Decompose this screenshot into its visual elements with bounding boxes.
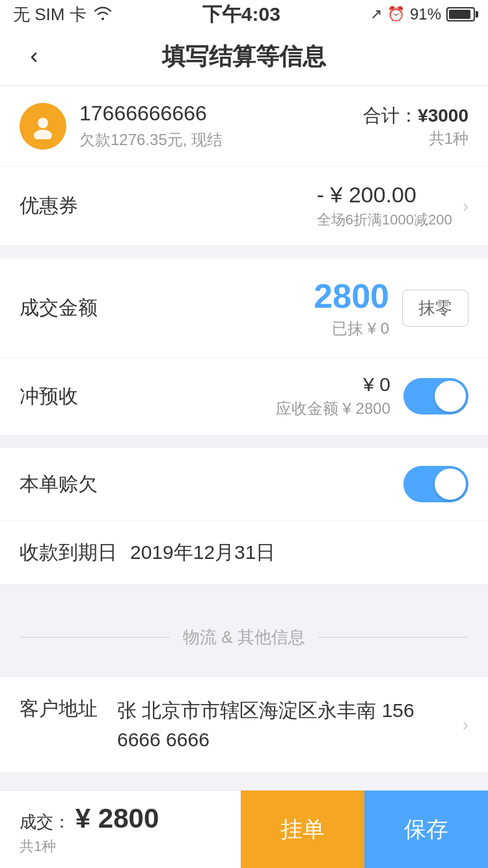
prereceive-amount: ¥ 0 <box>276 373 390 396</box>
status-bar: 无 SIM 卡 下午4:03 ↗ ⏰ 91% <box>0 0 488 29</box>
total-label: 合计：¥3000 <box>363 103 468 128</box>
bottom-bar: 成交： ¥ 2800 共1种 挂单 保存 <box>0 790 488 868</box>
amount-right: 2800 已抹 ¥ 0 抹零 <box>314 277 468 339</box>
location-icon: ↗ <box>370 6 382 23</box>
alarm-icon: ⏰ <box>387 6 405 23</box>
logistics-divider: 物流 & 其他信息 <box>0 597 488 677</box>
divider-line-right <box>318 637 468 638</box>
prereceive-sub: 应收金额 ¥ 2800 <box>276 398 390 419</box>
duedate-label: 收款到期日 <box>20 539 117 566</box>
bottom-amount: ¥ 2800 <box>75 803 159 834</box>
amount-value-col: 2800 已抹 ¥ 0 <box>314 277 389 339</box>
status-time: 下午4:03 <box>202 1 280 28</box>
receivable-toggle[interactable] <box>403 466 468 502</box>
battery-icon <box>446 7 475 21</box>
page-title: 填写结算等信息 <box>48 41 440 73</box>
bottom-count: 共1种 <box>20 837 221 856</box>
svg-point-1 <box>34 129 52 139</box>
coupon-discount: - ¥ 200.00 <box>317 182 452 208</box>
receivable-section: 本单赊欠 收款到期日 2019年12月31日 <box>0 448 488 584</box>
coupon-info: - ¥ 200.00 全场6折满1000减200 <box>317 182 452 230</box>
prereceive-value-col: ¥ 0 应收金额 ¥ 2800 <box>276 373 390 419</box>
back-button[interactable] <box>20 43 48 72</box>
divider-line-left <box>20 637 170 638</box>
pending-button[interactable]: 挂单 <box>241 791 364 869</box>
wifi-icon <box>93 5 113 25</box>
amount-row: 成交金额 2800 已抹 ¥ 0 抹零 <box>0 258 488 357</box>
coupon-chevron-icon: › <box>463 196 468 217</box>
nav-bar: 填写结算等信息 <box>0 29 488 86</box>
coupon-desc: 全场6折满1000减200 <box>317 210 452 230</box>
coupon-label: 优惠券 <box>20 193 78 219</box>
bottom-summary: 成交： ¥ 2800 共1种 <box>0 803 241 856</box>
round-button[interactable]: 抹零 <box>402 290 468 327</box>
prereceive-toggle[interactable] <box>403 378 468 414</box>
receivable-row: 本单赊欠 <box>0 448 488 521</box>
address-label: 客户地址 <box>20 696 98 722</box>
toggle-knob <box>435 381 466 412</box>
address-section: 客户地址 张 北京市市辖区海淀区永丰南 156 6666 6666 › <box>0 677 488 772</box>
receivable-toggle-knob <box>435 468 466 500</box>
customer-info: 17666666666 欠款1276.35元, 现结 <box>79 102 223 150</box>
amount-section: 成交金额 2800 已抹 ¥ 0 抹零 冲预收 ¥ 0 应收金额 ¥ 2800 <box>0 258 488 435</box>
save-button[interactable]: 保存 <box>364 791 488 869</box>
avatar <box>20 103 66 150</box>
duedate-row: 收款到期日 2019年12月31日 <box>0 521 488 584</box>
customer-phone: 17666666666 <box>79 102 223 126</box>
address-row[interactable]: 客户地址 张 北京市市辖区海淀区永丰南 156 6666 6666 › <box>0 677 488 772</box>
coupon-row[interactable]: 优惠券 - ¥ 200.00 全场6折满1000减200 › <box>0 166 488 245</box>
carrier-text: 无 SIM 卡 <box>13 3 87 26</box>
status-left: 无 SIM 卡 <box>13 3 113 26</box>
divider-label-row: 物流 & 其他信息 <box>0 610 488 664</box>
main-content: 17666666666 欠款1276.35元, 现结 合计：¥3000 共1种 … <box>0 86 488 868</box>
status-right: ↗ ⏰ 91% <box>370 5 475 23</box>
prereceive-row: 冲预收 ¥ 0 应收金额 ¥ 2800 <box>0 357 488 435</box>
address-chevron-icon: › <box>463 714 468 735</box>
svg-point-0 <box>38 118 48 128</box>
total-count: 共1种 <box>363 128 468 149</box>
bottom-deal-label: 成交： <box>20 812 70 832</box>
amount-value: 2800 <box>314 277 389 316</box>
address-value: 张 北京市市辖区海淀区永丰南 156 6666 6666 <box>117 696 456 754</box>
amount-sub: 已抹 ¥ 0 <box>332 318 389 339</box>
prereceive-label: 冲预收 <box>20 383 78 410</box>
duedate-value: 2019年12月31日 <box>130 539 275 566</box>
coupon-right: - ¥ 200.00 全场6折满1000减200 › <box>317 182 468 230</box>
battery-text: 91% <box>410 5 441 23</box>
prereceive-right: ¥ 0 应收金额 ¥ 2800 <box>276 373 468 419</box>
bottom-deal-row: 成交： ¥ 2800 <box>20 803 221 834</box>
customer-left: 17666666666 欠款1276.35元, 现结 <box>20 102 223 150</box>
customer-right: 合计：¥3000 共1种 <box>363 103 468 149</box>
amount-label: 成交金额 <box>20 295 98 321</box>
customer-card: 17666666666 欠款1276.35元, 现结 合计：¥3000 共1种 … <box>0 86 488 245</box>
divider-text: 物流 & 其他信息 <box>170 626 318 649</box>
total-amount: ¥3000 <box>418 105 468 126</box>
receivable-label: 本单赊欠 <box>20 471 98 498</box>
customer-row: 17666666666 欠款1276.35元, 现结 合计：¥3000 共1种 <box>0 86 488 166</box>
customer-debt: 欠款1276.35元, 现结 <box>79 129 223 150</box>
